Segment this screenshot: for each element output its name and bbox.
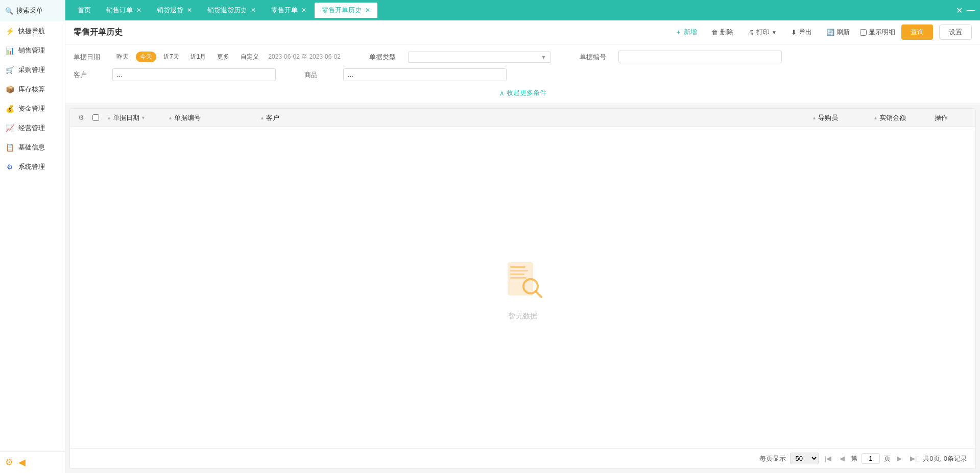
collapse-button[interactable]: ∧ 收起更多条件 <box>74 86 972 97</box>
sort-up-no-icon: ▲ <box>168 115 173 120</box>
refresh-icon: 🔄 <box>826 29 834 36</box>
sort-up-guide-icon: ▲ <box>812 115 817 120</box>
col-client-label: 客户 <box>266 113 279 122</box>
new-button[interactable]: ＋ 新增 <box>671 26 701 39</box>
tab-retail-open-history-label: 零售开单历史 <box>322 6 362 15</box>
search-icon: 🔍 <box>5 7 13 15</box>
sort-up-amount-icon: ▲ <box>873 115 878 120</box>
delete-button[interactable]: 🗑 删除 <box>707 26 737 39</box>
minimize-btn[interactable]: — <box>967 6 975 15</box>
tab-sales-order-close[interactable]: ✕ <box>136 7 141 14</box>
refresh-label: 刷新 <box>836 28 850 37</box>
date-7days-btn[interactable]: 近7天 <box>159 52 183 62</box>
content-area: 零售开单历史 ＋ 新增 🗑 删除 🖨 打印 ▼ ⬇ 导出 <box>65 20 980 473</box>
tab-sales-return-history[interactable]: 销货退货历史 ✕ <box>200 3 263 18</box>
tab-retail-open-history[interactable]: 零售开单历史 ✕ <box>315 3 377 18</box>
xitong-icon: ⚙ <box>5 162 14 171</box>
sidebar-item-zijin[interactable]: 💰 资金管理 <box>0 99 65 118</box>
first-page-btn[interactable]: |◀ <box>823 454 833 463</box>
sidebar-item-jichu[interactable]: 📋 基础信息 <box>0 138 65 157</box>
type-select[interactable]: ▼ <box>408 52 551 63</box>
svg-rect-2 <box>510 270 528 271</box>
pagination: 每页显示 50 100 200 |◀ ◀ 第 页 ▶ ▶| 共0页, 0条记录 <box>70 448 975 468</box>
client-label: 客户 <box>74 70 104 80</box>
col-op-label: 操作 <box>935 113 948 122</box>
date-1month-btn[interactable]: 近1月 <box>186 52 210 62</box>
sort-up-client-icon: ▲ <box>260 115 265 120</box>
display-detail-check[interactable] <box>860 29 867 36</box>
svg-rect-1 <box>510 266 525 268</box>
query-button[interactable]: 查询 <box>901 24 933 40</box>
tab-retail-open-history-close[interactable]: ✕ <box>365 7 370 14</box>
date-today-btn[interactable]: 今天 <box>136 52 156 62</box>
col-checkbox-all[interactable] <box>88 114 103 121</box>
tab-sales-order-label: 销售订单 <box>106 6 133 15</box>
settings-button[interactable]: 设置 <box>939 24 972 40</box>
next-page-btn[interactable]: ▶ <box>895 454 904 463</box>
tab-retail-open-close[interactable]: ✕ <box>301 7 306 14</box>
sidebar-item-xitong[interactable]: ⚙ 系统管理 <box>0 157 65 177</box>
page-title: 零售开单历史 <box>74 27 123 38</box>
per-page-select[interactable]: 50 100 200 <box>790 453 819 464</box>
col-guide-header[interactable]: ▲ 导购员 <box>808 113 869 122</box>
svg-rect-4 <box>510 277 527 279</box>
col-amount-header[interactable]: ▲ 实销金额 <box>869 113 930 122</box>
tabs-bar: 首页 销售订单 ✕ 销货退货 ✕ 销货退货历史 ✕ 零售开单 ✕ 零售开单历史 … <box>65 0 980 20</box>
filter-row-2: 客户 ... 商品 ... <box>74 68 972 81</box>
date-yesterday-btn[interactable]: 昨天 <box>112 52 133 62</box>
print-arrow-icon: ▼ <box>772 30 777 35</box>
display-detail-checkbox[interactable]: 显示明细 <box>860 28 895 37</box>
client-select[interactable]: ... <box>112 68 276 81</box>
sidebar-item-xiaoshou[interactable]: 📊 销售管理 <box>0 41 65 60</box>
sidebar-item-jingying[interactable]: 📈 经营管理 <box>0 118 65 138</box>
sidebar-item-jingying-label: 经营管理 <box>18 123 45 133</box>
caigou-icon: 🛒 <box>5 65 14 74</box>
collapse-label: 收起更多条件 <box>507 88 546 97</box>
col-guide-label: 导购员 <box>818 113 838 122</box>
sidebar-item-zijin-label: 资金管理 <box>18 104 45 113</box>
no-input[interactable] <box>618 51 782 63</box>
kucun-icon: 📦 <box>5 85 14 94</box>
col-no-label: 单据编号 <box>174 113 201 122</box>
export-button[interactable]: ⬇ 导出 <box>787 26 816 39</box>
date-custom-btn[interactable]: 自定义 <box>236 52 263 62</box>
client-select-value: ... <box>117 71 123 79</box>
print-button[interactable]: 🖨 打印 ▼ <box>744 26 781 39</box>
new-icon: ＋ <box>675 28 682 37</box>
last-page-btn[interactable]: ▶| <box>908 454 919 463</box>
settings-bottom-icon[interactable]: ⚙ <box>5 457 13 468</box>
select-all-checkbox[interactable] <box>92 114 99 121</box>
collapse-sidebar-icon[interactable]: ◀ <box>18 457 26 468</box>
prev-page-btn[interactable]: ◀ <box>838 454 847 463</box>
sidebar-item-caigou[interactable]: 🛒 采购管理 <box>0 60 65 80</box>
tab-sales-order[interactable]: 销售订单 ✕ <box>99 3 149 18</box>
goods-label: 商品 <box>304 70 335 80</box>
svg-rect-3 <box>510 273 524 275</box>
sidebar-item-kucun[interactable]: 📦 库存核算 <box>0 80 65 99</box>
tab-sales-return[interactable]: 销货退货 ✕ <box>150 3 199 18</box>
sidebar-item-kuaijie[interactable]: ⚡ 快捷导航 <box>0 21 65 41</box>
new-label: 新增 <box>684 28 697 37</box>
zijin-icon: 💰 <box>5 104 14 113</box>
col-date-header[interactable]: ▲ 单据日期 ▼ <box>103 113 164 122</box>
close-window-btn[interactable]: ✕ <box>956 6 963 15</box>
sort-down-icon: ▼ <box>141 115 146 120</box>
page-input[interactable] <box>862 453 880 464</box>
collapse-row: ∧ 收起更多条件 <box>74 86 972 97</box>
col-settings-btn[interactable]: ⚙ <box>74 114 88 121</box>
empty-text: 暂无数据 <box>509 312 537 321</box>
refresh-button[interactable]: 🔄 刷新 <box>822 26 854 39</box>
col-no-header[interactable]: ▲ 单据编号 <box>164 113 256 122</box>
date-more-btn[interactable]: 更多 <box>213 52 233 62</box>
tab-sales-return-history-close[interactable]: ✕ <box>251 7 256 14</box>
sidebar-search-label: 搜索采单 <box>16 6 43 15</box>
tab-sales-return-history-label: 销货退货历史 <box>207 6 247 15</box>
tab-home[interactable]: 首页 <box>70 3 98 18</box>
goods-select[interactable]: ... <box>343 68 507 81</box>
col-client-header[interactable]: ▲ 客户 <box>256 113 808 122</box>
sidebar-bottom: ⚙ ◀ <box>0 451 65 473</box>
sidebar-search[interactable]: 🔍 搜索采单 <box>0 0 65 21</box>
tab-retail-open[interactable]: 零售开单 ✕ <box>264 3 314 18</box>
tab-sales-return-close[interactable]: ✕ <box>187 7 192 14</box>
tab-retail-open-label: 零售开单 <box>271 6 298 15</box>
